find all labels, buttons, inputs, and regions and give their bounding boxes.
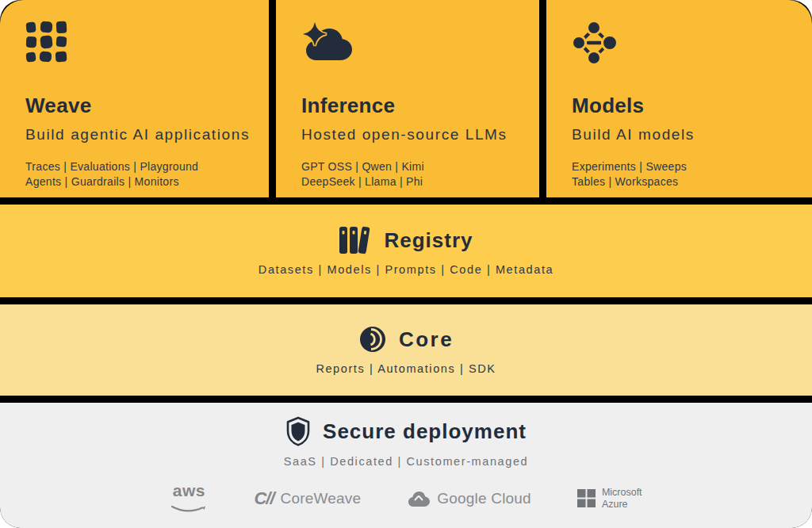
card-subtitle: Build AI models bbox=[572, 126, 793, 143]
card-subtitle: Build agentic AI applications bbox=[25, 126, 250, 143]
azure-line: Azure bbox=[602, 499, 642, 510]
microsoft-line: Microsoft bbox=[602, 487, 642, 498]
product-cards-row: Weave Build agentic AI applications Trac… bbox=[0, 0, 812, 197]
registry-band: Registry Datasets | Models | Prompts | C… bbox=[0, 205, 812, 297]
cloud-providers-row: aws C// CoreWeave bbox=[170, 482, 642, 515]
card-features: GPT OSS | Qwen | Kimi DeepSeek | Llama |… bbox=[301, 159, 520, 189]
core-band: Core Reports | Automations | SDK bbox=[0, 304, 812, 396]
google-cloud-icon bbox=[407, 490, 431, 507]
card-features: Traces | Evaluations | Playground Agents… bbox=[25, 159, 250, 189]
coreweave-mark: C// bbox=[254, 488, 274, 509]
google-cloud-logo: Google Cloud bbox=[407, 490, 531, 507]
node-graph-icon bbox=[572, 21, 793, 67]
coreweave-name: CoreWeave bbox=[281, 490, 362, 507]
aws-logo-text: aws bbox=[173, 482, 205, 499]
microsoft-squares-icon bbox=[577, 489, 596, 507]
card-title: Weave bbox=[25, 94, 250, 118]
card-models: Models Build AI models Experiments | Swe… bbox=[546, 0, 812, 197]
library-icon bbox=[339, 226, 372, 254]
aws-logo: aws bbox=[170, 482, 208, 515]
card-subtitle: Hosted open-source LLMs bbox=[301, 126, 520, 143]
google-cloud-name: Google Cloud bbox=[437, 490, 531, 507]
microsoft-azure-name: Microsoft Azure bbox=[602, 487, 642, 510]
feature-line: Tables | Workspaces bbox=[572, 174, 793, 189]
secure-features: SaaS | Dedicated | Customer-managed bbox=[284, 455, 529, 468]
shield-icon bbox=[285, 416, 311, 446]
grid-icon bbox=[25, 21, 250, 67]
registry-features: Datasets | Models | Prompts | Code | Met… bbox=[259, 263, 553, 276]
microsoft-azure-logo: Microsoft Azure bbox=[577, 487, 642, 510]
core-features: Reports | Automations | SDK bbox=[316, 362, 496, 375]
sparkle-cloud-icon bbox=[301, 21, 520, 67]
diagram-frame: Weave Build agentic AI applications Trac… bbox=[0, 0, 812, 528]
card-title: Inference bbox=[301, 94, 520, 118]
feature-line: Experiments | Sweeps bbox=[572, 159, 793, 174]
core-title: Core bbox=[399, 327, 454, 352]
card-inference: Inference Hosted open-source LLMs GPT OS… bbox=[276, 0, 539, 197]
feature-line: GPT OSS | Qwen | Kimi bbox=[301, 159, 520, 174]
aws-smile-icon bbox=[170, 505, 208, 515]
secure-deployment-band: Secure deployment SaaS | Dedicated | Cus… bbox=[0, 403, 812, 528]
coreweave-logo: C// CoreWeave bbox=[254, 488, 361, 509]
feature-line: Traces | Evaluations | Playground bbox=[25, 159, 250, 174]
platform-diagram: Weave Build agentic AI applications Trac… bbox=[0, 0, 812, 528]
card-features: Experiments | Sweeps Tables | Workspaces bbox=[572, 159, 793, 189]
feature-line: Agents | Guardrails | Monitors bbox=[25, 174, 250, 189]
card-weave: Weave Build agentic AI applications Trac… bbox=[0, 0, 269, 197]
registry-title: Registry bbox=[384, 228, 473, 253]
ripple-icon bbox=[358, 325, 387, 354]
card-title: Models bbox=[572, 94, 793, 118]
feature-line: DeepSeek | Llama | Phi bbox=[301, 174, 520, 189]
secure-title: Secure deployment bbox=[323, 419, 527, 444]
